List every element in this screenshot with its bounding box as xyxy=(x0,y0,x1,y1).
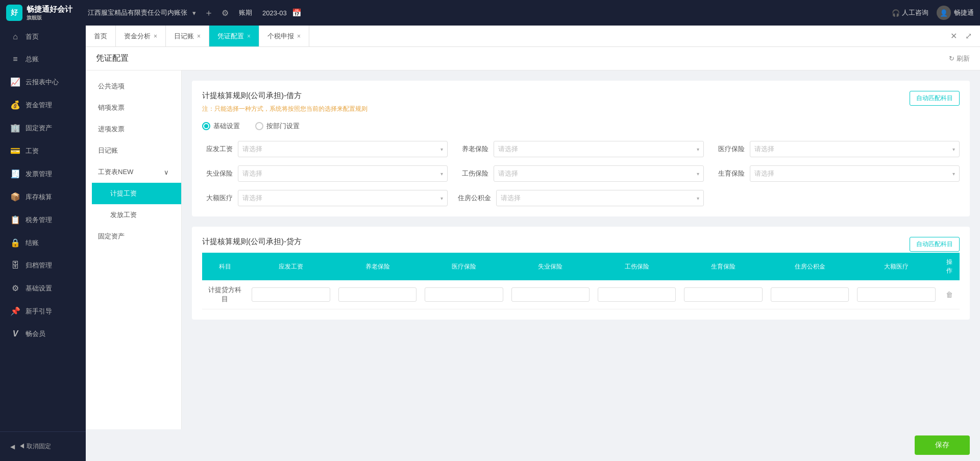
cancel-fixed-button[interactable]: ◀ ◀ 取消固定 xyxy=(0,437,86,456)
sidebar-item-tax[interactable]: 📋 税务管理 xyxy=(0,208,86,231)
sidebar-item-invoice[interactable]: 🧾 发票管理 xyxy=(0,162,86,185)
td-pension[interactable] xyxy=(334,280,421,309)
left-nav-public[interactable]: 公共选项 xyxy=(86,76,181,97)
left-nav-fixed-assets[interactable]: 固定资产 xyxy=(86,226,181,247)
refresh-button[interactable]: ↻ 刷新 xyxy=(949,54,970,63)
sidebar-item-reports[interactable]: 📈 云报表中心 xyxy=(0,70,86,93)
maternity-label: 生育保险 xyxy=(714,169,745,178)
unemployment-select[interactable]: 请选择 ▾ xyxy=(238,165,448,182)
sidebar-item-assets[interactable]: 🏢 固定资产 xyxy=(0,116,86,139)
td-medical[interactable] xyxy=(421,280,507,309)
tabbar: 首页 资金分析 × 日记账 × 凭证配置 × 个税申报 × ✕ ⤢ xyxy=(86,26,980,47)
left-nav-journal[interactable]: 日记账 xyxy=(86,140,181,161)
tab-tax-label: 个税申报 xyxy=(267,32,294,41)
maternity-select[interactable]: 请选择 ▾ xyxy=(750,165,960,182)
left-nav-purchase-label: 进项发票 xyxy=(98,125,125,133)
expand-icon: ∨ xyxy=(164,168,169,176)
tab-tax[interactable]: 个税申报 × xyxy=(259,26,309,46)
td-housing[interactable] xyxy=(767,280,853,309)
ledger-icon: ≡ xyxy=(10,55,20,64)
credit-unemployment-input[interactable] xyxy=(511,287,590,302)
settings-icon[interactable]: ⚙ xyxy=(222,8,229,18)
td-wages[interactable] xyxy=(248,280,334,309)
period-label: 账期 xyxy=(239,8,252,17)
tab-tax-close[interactable]: × xyxy=(297,33,301,40)
sidebar-item-capital[interactable]: 💰 资金管理 xyxy=(0,93,86,116)
form-item-pension: 养老保险 请选择 ▾ xyxy=(458,141,703,157)
left-nav-purchase[interactable]: 进项发票 xyxy=(86,118,181,140)
left-nav-pay-salary[interactable]: 发放工资 xyxy=(92,204,181,226)
user-menu[interactable]: 👤 畅捷通 xyxy=(937,6,974,20)
left-nav-sales[interactable]: 销项发票 xyxy=(86,97,181,118)
td-subject: 计提贷方科目 xyxy=(202,280,248,309)
credit-injury-input[interactable] xyxy=(598,287,676,302)
capital-icon: 💰 xyxy=(10,100,20,110)
service-button[interactable]: 🎧 人工咨询 xyxy=(892,8,928,17)
large-medical-select[interactable]: 请选择 ▾ xyxy=(238,190,448,206)
radio-department[interactable]: 按部门设置 xyxy=(255,122,300,131)
calendar-icon[interactable]: 📅 xyxy=(292,8,302,17)
credit-auto-match-button[interactable]: 自动匹配科目 xyxy=(910,237,960,252)
wages-label: 应发工资 xyxy=(202,144,233,154)
td-injury[interactable] xyxy=(594,280,680,309)
add-account-icon[interactable]: ＋ xyxy=(204,7,213,19)
medical-label: 医疗保险 xyxy=(714,144,745,154)
tab-capital[interactable]: 资金分析 × xyxy=(116,26,166,46)
credit-maternity-input[interactable] xyxy=(684,287,762,302)
sidebar-item-guide[interactable]: 📌 新手引导 xyxy=(0,300,86,323)
main-layout: ⌂ 首页 ≡ 总账 📈 云报表中心 💰 资金管理 🏢 固定资产 💳 工资 🧾 发… xyxy=(0,26,980,461)
housing-select[interactable]: 请选择 ▾ xyxy=(496,190,703,206)
sidebar-item-archive[interactable]: 🗄 归档管理 xyxy=(0,254,86,277)
debit-auto-match-button[interactable]: 自动匹配科目 xyxy=(910,91,960,106)
credit-housing-input[interactable] xyxy=(771,287,849,302)
sidebar: ⌂ 首页 ≡ 总账 📈 云报表中心 💰 资金管理 🏢 固定资产 💳 工资 🧾 发… xyxy=(0,26,86,461)
th-housing: 住房公积金 xyxy=(767,253,853,280)
credit-table: 科目 应发工资 养老保险 医疗保险 失业保险 工伤保险 生育保险 住房公积金 大… xyxy=(202,253,960,309)
left-nav-pay-salary-label: 发放工资 xyxy=(110,211,137,219)
company-dropdown-icon[interactable]: ▾ xyxy=(192,9,196,17)
sidebar-label-reports: 云报表中心 xyxy=(26,78,59,87)
sidebar-item-settings[interactable]: ⚙ 基础设置 xyxy=(0,277,86,300)
sidebar-label-assets: 固定资产 xyxy=(26,124,52,133)
expand-tab-button[interactable]: ⤢ xyxy=(963,29,974,43)
tab-journal[interactable]: 日记账 × xyxy=(166,26,209,46)
left-nav-salary-group[interactable]: 工资表NEW ∨ xyxy=(86,161,181,183)
td-unemployment[interactable] xyxy=(507,280,594,309)
radio-basic-label: 基础设置 xyxy=(213,122,240,131)
save-button[interactable]: 保存 xyxy=(915,435,970,455)
radio-department-circle xyxy=(255,122,263,130)
td-action[interactable]: 🗑 xyxy=(940,280,960,309)
sidebar-item-inventory[interactable]: 📦 库存核算 xyxy=(0,185,86,208)
close-account-icon: 🔒 xyxy=(10,238,20,248)
wages-select[interactable]: 请选择 ▾ xyxy=(238,141,448,157)
injury-select[interactable]: 请选择 ▾ xyxy=(494,165,703,182)
sidebar-item-member[interactable]: V 畅会员 xyxy=(0,323,86,345)
sidebar-item-home[interactable]: ⌂ 首页 xyxy=(0,26,86,48)
debit-section-note: 注：只能选择一种方式，系统将按照您当前的选择来配置规则 xyxy=(202,105,960,113)
td-large-medical[interactable] xyxy=(853,280,939,309)
tab-voucher[interactable]: 凭证配置 × xyxy=(209,26,259,46)
credit-pension-input[interactable] xyxy=(338,287,416,302)
sidebar-item-ledger[interactable]: ≡ 总账 xyxy=(0,48,86,70)
td-maternity[interactable] xyxy=(680,280,766,309)
pension-select[interactable]: 请选择 ▾ xyxy=(494,141,703,157)
sidebar-item-salary[interactable]: 💳 工资 xyxy=(0,139,86,162)
tab-voucher-close[interactable]: × xyxy=(247,33,251,40)
tab-journal-close[interactable]: × xyxy=(197,33,201,40)
tab-home[interactable]: 首页 xyxy=(86,26,116,46)
user-name: 畅捷通 xyxy=(954,8,974,17)
pension-placeholder: 请选择 xyxy=(498,144,518,154)
delete-row-button[interactable]: 🗑 xyxy=(946,290,953,299)
close-tab-button[interactable]: ✕ xyxy=(948,29,959,43)
credit-medical-input[interactable] xyxy=(425,287,503,302)
medical-select[interactable]: 请选择 ▾ xyxy=(750,141,960,157)
th-unemployment: 失业保险 xyxy=(507,253,594,280)
sidebar-item-close[interactable]: 🔒 结账 xyxy=(0,231,86,254)
radio-basic[interactable]: 基础设置 xyxy=(202,122,240,131)
tab-capital-close[interactable]: × xyxy=(154,33,157,40)
left-nav-calc-salary[interactable]: 计提工资 xyxy=(92,183,181,204)
pension-label: 养老保险 xyxy=(458,144,488,154)
reports-icon: 📈 xyxy=(10,77,20,87)
credit-wages-input[interactable] xyxy=(252,287,330,302)
credit-large-medical-input[interactable] xyxy=(857,287,935,302)
